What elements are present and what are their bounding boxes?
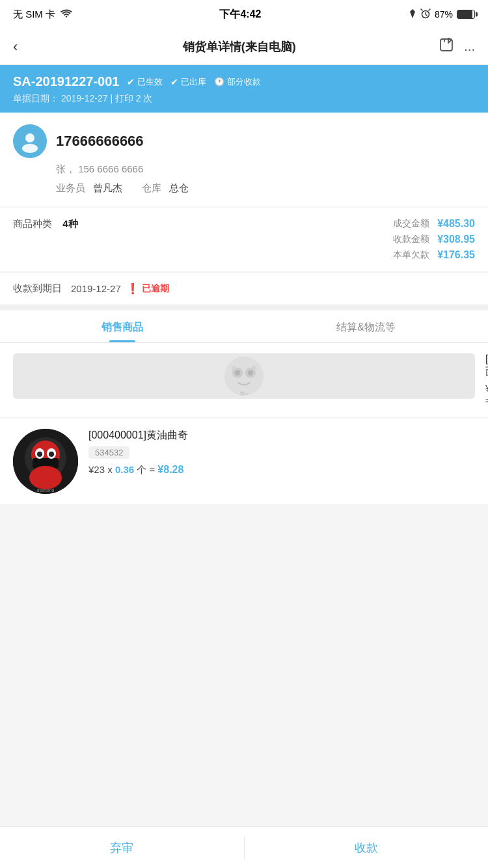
overdue-badge: ❗ 已逾期 bbox=[126, 282, 169, 295]
battery-percent: 87% bbox=[435, 9, 453, 20]
header-banner: SA-20191227-001 ✔ 已生效 ✔ 已出库 🕐 部分收款 单据日期：… bbox=[0, 65, 488, 113]
customer-phone: 17666666666 bbox=[56, 133, 144, 150]
svg-point-3 bbox=[22, 144, 38, 153]
product-price-2: ¥23 x 0.36 个 = ¥8.28 bbox=[88, 464, 475, 476]
product-item: 售+ [0000002]面包 ¥40 x 5 袋 = ¥199.99 bbox=[0, 343, 488, 417]
product-item-2: diamond [000400001]黄油曲奇 534532 ¥23 x 0.3… bbox=[0, 418, 488, 504]
product-thumbnail-1: 售+ bbox=[13, 353, 475, 399]
bottom-spacer bbox=[0, 506, 488, 558]
product-types: 商品种类 4种 bbox=[13, 218, 78, 230]
customer-name-line: 张， 156 6666 6666 bbox=[13, 163, 475, 176]
salesperson-info: 业务员 曾凡杰 bbox=[56, 182, 122, 195]
svg-text:diamond: diamond bbox=[37, 488, 55, 493]
badge-partial: 🕐 部分收款 bbox=[214, 76, 261, 88]
svg-point-16 bbox=[37, 452, 42, 457]
battery-icon bbox=[457, 10, 475, 19]
customer-meta: 业务员 曾凡杰 仓库 总仓 bbox=[13, 182, 475, 195]
wifi-icon bbox=[61, 9, 72, 20]
tab-settlement[interactable]: 结算&物流等 bbox=[244, 310, 488, 342]
more-button[interactable]: ... bbox=[464, 39, 475, 54]
badge-activated: ✔ 已生效 bbox=[127, 76, 163, 88]
customer-top: 17666666666 bbox=[13, 124, 475, 158]
svg-point-8 bbox=[248, 370, 253, 375]
location-icon bbox=[409, 9, 416, 20]
deal-amount: 成交金额 ¥485.30 bbox=[393, 218, 475, 230]
product-name-2: [000400001]黄油曲奇 bbox=[88, 429, 475, 442]
product-info-2: [000400001]黄油曲奇 534532 ¥23 x 0.36 个 = ¥8… bbox=[88, 429, 475, 476]
product-name-1: [0000002]面包 bbox=[485, 353, 488, 379]
product-price-1: ¥40 x 5 袋 = ¥199.99 bbox=[485, 383, 488, 407]
section-divider bbox=[0, 305, 488, 310]
page-title: 销货单详情(来自电脑) bbox=[183, 39, 296, 55]
status-bar: 无 SIM 卡 下午4:42 87% bbox=[0, 0, 488, 29]
owed-amount: 本单欠款 ¥176.35 bbox=[393, 249, 475, 261]
svg-point-2 bbox=[25, 133, 34, 142]
confirm-button[interactable]: 收款 bbox=[245, 834, 489, 862]
svg-point-4 bbox=[224, 357, 264, 396]
status-time: 下午4:42 bbox=[219, 8, 261, 21]
nav-actions: ... bbox=[439, 38, 475, 55]
svg-point-17 bbox=[49, 452, 54, 457]
received-amount: 收款金额 ¥308.95 bbox=[393, 234, 475, 245]
overdue-icon: ❗ bbox=[126, 282, 139, 295]
tab-sales-products[interactable]: 销售商品 bbox=[0, 310, 244, 342]
carrier-text: 无 SIM 卡 bbox=[13, 8, 55, 21]
status-right: 87% bbox=[409, 8, 475, 21]
svg-point-7 bbox=[235, 370, 240, 375]
warehouse-info: 仓库 总仓 bbox=[142, 182, 189, 195]
nav-bar: ‹ 销货单详情(来自电脑) ... bbox=[0, 29, 488, 65]
stats-section: 商品种类 4种 成交金额 ¥485.30 收款金额 ¥308.95 本单欠款 ¥… bbox=[0, 208, 488, 271]
order-id-row: SA-20191227-001 ✔ 已生效 ✔ 已出库 🕐 部分收款 bbox=[13, 74, 475, 89]
status-left: 无 SIM 卡 bbox=[13, 8, 72, 21]
product-sku-badge: 534532 bbox=[88, 446, 129, 459]
products-list: 售+ [0000002]面包 ¥40 x 5 袋 = ¥199.99 bbox=[0, 343, 488, 504]
share-button[interactable] bbox=[439, 38, 454, 55]
product-thumbnail-2: diamond bbox=[13, 429, 78, 494]
stats-row: 商品种类 4种 成交金额 ¥485.30 收款金额 ¥308.95 本单欠款 ¥… bbox=[13, 218, 475, 261]
avatar bbox=[13, 124, 47, 158]
svg-text:售+: 售+ bbox=[240, 391, 249, 397]
date-line: 单据日期： 2019-12-27 | 打印 2 次 bbox=[13, 93, 475, 105]
order-id-text: SA-20191227-001 bbox=[13, 74, 119, 89]
product-info-1: [0000002]面包 ¥40 x 5 袋 = ¥199.99 bbox=[485, 353, 488, 407]
badge-shipped: ✔ 已出库 bbox=[170, 76, 206, 88]
back-button[interactable]: ‹ bbox=[13, 38, 39, 55]
due-section: 收款到期日 2019-12-27 ❗ 已逾期 bbox=[0, 273, 488, 304]
tabs: 销售商品 结算&物流等 bbox=[0, 310, 488, 343]
financials: 成交金额 ¥485.30 收款金额 ¥308.95 本单欠款 ¥176.35 bbox=[393, 218, 475, 261]
svg-point-18 bbox=[29, 466, 62, 489]
customer-section: 17666666666 张， 156 6666 6666 业务员 曾凡杰 仓库 … bbox=[0, 113, 488, 206]
bottom-bar: 弃审 收款 bbox=[0, 826, 488, 868]
cancel-button[interactable]: 弃审 bbox=[0, 834, 244, 862]
alarm-icon bbox=[420, 8, 431, 21]
